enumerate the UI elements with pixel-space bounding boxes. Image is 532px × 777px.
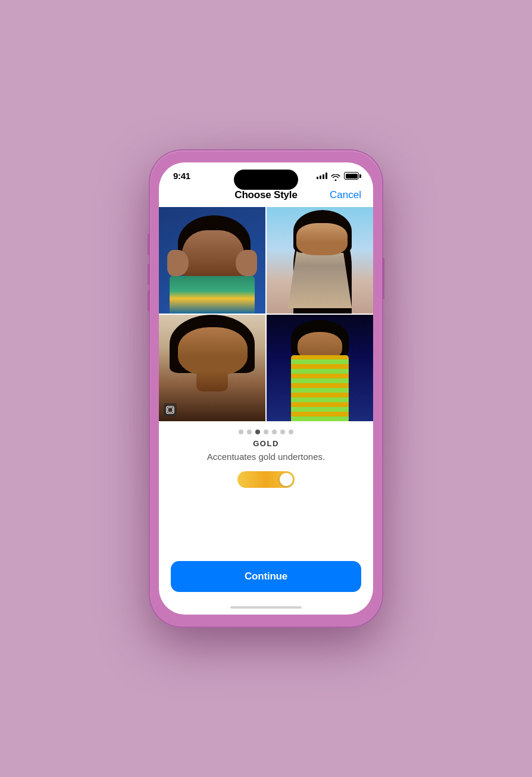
battery-icon xyxy=(344,172,359,180)
spacer xyxy=(159,500,373,561)
page-dots xyxy=(159,421,373,439)
phone-screen: 9:41 Choose Style Can xyxy=(159,162,373,615)
photo-bottom-left[interactable] xyxy=(159,315,265,421)
dot-4[interactable] xyxy=(264,430,268,434)
image-grid xyxy=(159,207,373,421)
continue-button[interactable]: Continue xyxy=(171,561,361,592)
status-time: 9:41 xyxy=(173,171,190,181)
cancel-button[interactable]: Cancel xyxy=(330,189,361,201)
style-description: Accentuates gold undertones. xyxy=(159,452,373,471)
phone-frame: 9:41 Choose Style Can xyxy=(150,151,382,626)
home-indicator xyxy=(159,604,373,615)
dot-1[interactable] xyxy=(239,430,243,434)
slider-container xyxy=(159,471,373,500)
dot-6[interactable] xyxy=(280,430,285,434)
home-bar xyxy=(230,606,302,609)
nav-title: Choose Style xyxy=(234,189,297,201)
svg-rect-1 xyxy=(168,408,173,412)
photo-top-left[interactable] xyxy=(159,207,265,314)
wifi-icon xyxy=(331,173,340,179)
status-icons xyxy=(317,172,359,180)
signal-icon xyxy=(317,173,327,179)
dot-7[interactable] xyxy=(289,430,293,434)
dot-5[interactable] xyxy=(272,430,277,434)
canvas-icon xyxy=(164,403,177,416)
dot-3[interactable] xyxy=(255,430,260,434)
style-slider[interactable] xyxy=(237,471,295,488)
nav-bar: Choose Style Cancel xyxy=(159,186,373,207)
style-name: GOLD xyxy=(159,439,373,452)
dot-2[interactable] xyxy=(247,430,252,434)
battery-fill xyxy=(346,174,358,178)
photo-bottom-right[interactable] xyxy=(267,315,373,421)
slider-thumb[interactable] xyxy=(280,473,293,486)
photo-top-right[interactable] xyxy=(267,207,373,314)
